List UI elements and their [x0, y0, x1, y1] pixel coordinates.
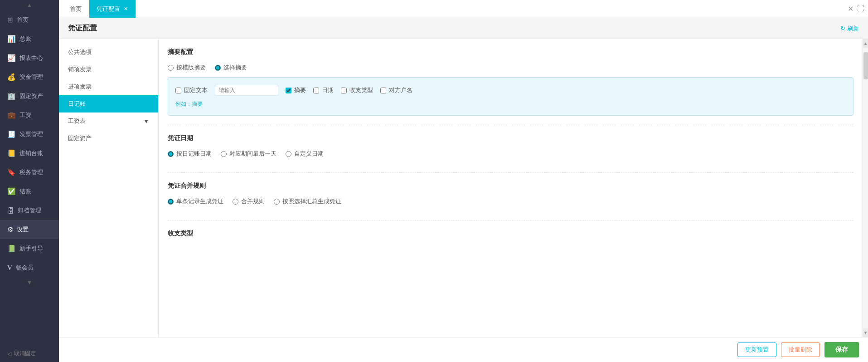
counterpart-name-checkbox[interactable]	[380, 88, 386, 93]
sidebar-item-salary[interactable]: 💼 工资	[0, 106, 59, 125]
sidebar-item-settings[interactable]: ⚙ 设置	[0, 220, 59, 239]
date-checkbox[interactable]	[313, 88, 319, 93]
left-nav-journal[interactable]: 日记账	[59, 95, 158, 113]
scroll-down-button[interactable]: ▼	[863, 328, 868, 337]
batch-delete-button[interactable]: 批量删除	[781, 342, 820, 357]
outer-scrollbar[interactable]: ▲ ▼	[863, 39, 868, 337]
period-last-day-option[interactable]: 对应期间最后一天	[221, 150, 276, 158]
left-nav-public-options[interactable]: 公共选项	[59, 44, 158, 61]
content-layout: 公共选项 销项发票 进项发票 日记账 工资表 ▼ 固定资产	[59, 39, 868, 337]
merge-rule-option[interactable]: 合并规则	[233, 197, 265, 205]
home-icon: ⊞	[7, 16, 13, 24]
settings-icon: ⚙	[7, 225, 13, 234]
sidebar-unpin-button[interactable]: ◁ 取消固定	[0, 345, 59, 362]
counterpart-name-option[interactable]: 对方户名	[380, 86, 412, 94]
income-type-checkbox[interactable]	[341, 88, 347, 93]
select-summary-option[interactable]: 选择摘要	[215, 64, 247, 72]
fixed-text-input[interactable]	[215, 85, 278, 96]
date-radio-row: 按日记账日期 对应期间最后一天 自定义日期	[168, 150, 853, 158]
abstract-checkbox[interactable]	[286, 88, 291, 93]
left-nav-purchase-invoice[interactable]: 进项发票	[59, 78, 158, 95]
left-nav-salary-table[interactable]: 工资表 ▼	[59, 113, 158, 130]
bottom-bar: 更新预置 批量删除 保存	[59, 337, 868, 362]
sidebar-item-guide[interactable]: 📗 新手引导	[0, 239, 59, 258]
select-summary-radio[interactable]	[215, 65, 221, 71]
tab-bar-actions: ✕ ⛶	[848, 5, 864, 13]
sidebar-item-tax[interactable]: 🔖 税务管理	[0, 163, 59, 182]
left-nav: 公共选项 销项发票 进项发票 日记账 工资表 ▼ 固定资产	[59, 39, 159, 337]
trading-icon: 📒	[7, 149, 16, 157]
tab-home[interactable]: 首页	[63, 0, 89, 18]
merge-rule-radio[interactable]	[233, 199, 238, 205]
tab-voucher-config[interactable]: 凭证配置 ✕	[89, 0, 136, 18]
template-summary-radio[interactable]	[168, 65, 174, 71]
summary-config-row: 固定文本 摘要 日期	[175, 85, 846, 96]
single-record-option[interactable]: 单条记录生成凭证	[168, 197, 223, 205]
salary-icon: 💼	[7, 111, 16, 119]
merge-section-title: 凭证合并规则	[168, 182, 853, 190]
summary-generate-option[interactable]: 按照选择汇总生成凭证	[274, 197, 341, 205]
sidebar-scroll-down[interactable]: ▼	[0, 277, 59, 288]
window-close-icon[interactable]: ✕	[848, 5, 853, 13]
sidebar-item-home[interactable]: ⊞ 首页	[0, 10, 59, 29]
sidebar-item-label: 畅会员	[16, 264, 34, 272]
fixed-text-label: 固定文本	[184, 86, 208, 94]
sidebar-item-ledger[interactable]: 📊 总账	[0, 29, 59, 49]
sidebar-item-reports[interactable]: 📈 报表中心	[0, 49, 59, 68]
tab-voucher-config-label: 凭证配置	[97, 5, 120, 13]
vip-icon: V	[7, 264, 12, 272]
income-type-section: 收支类型	[168, 230, 853, 254]
sidebar-item-funds[interactable]: 💰 资金管理	[0, 68, 59, 87]
save-button[interactable]: 保存	[824, 342, 859, 357]
fixed-text-checkbox[interactable]	[175, 88, 181, 93]
date-label: 日期	[322, 86, 334, 94]
journal-date-option[interactable]: 按日记账日期	[168, 150, 212, 158]
reports-icon: 📈	[7, 54, 16, 62]
sidebar-item-vip[interactable]: V 畅会员	[0, 258, 59, 277]
window-maximize-icon[interactable]: ⛶	[857, 5, 864, 13]
fixed-text-option[interactable]: 固定文本	[175, 86, 208, 94]
summary-config-box: 固定文本 摘要 日期	[168, 77, 853, 116]
sidebar-item-trading[interactable]: 📒 进销台账	[0, 144, 59, 163]
sidebar-item-label: 报表中心	[19, 54, 43, 62]
left-nav-fixed-assets[interactable]: 固定资产	[59, 130, 158, 147]
summary-radio-row: 按模版摘要 选择摘要	[168, 64, 853, 72]
sidebar-item-label: 设置	[17, 225, 29, 234]
custom-date-option[interactable]: 自定义日期	[286, 150, 324, 158]
journal-date-radio[interactable]	[168, 151, 174, 157]
refresh-button[interactable]: ↻ 刷新	[840, 24, 859, 33]
tab-close-icon[interactable]: ✕	[124, 6, 128, 12]
summary-generate-radio[interactable]	[274, 199, 280, 205]
summary-example: 例如：摘要	[175, 100, 846, 108]
sidebar-item-label: 税务管理	[19, 168, 43, 176]
sidebar-item-checkout[interactable]: ✅ 结账	[0, 182, 59, 201]
merge-radio-row: 单条记录生成凭证 合并规则 按照选择汇总生成凭证	[168, 197, 853, 205]
refresh-icon: ↻	[840, 25, 845, 32]
sidebar-item-invoice[interactable]: 🧾 发票管理	[0, 125, 59, 144]
refresh-label: 刷新	[847, 24, 859, 33]
sidebar-item-assets[interactable]: 🏢 固定资产	[0, 87, 59, 106]
funds-icon: 💰	[7, 73, 16, 81]
abstract-option[interactable]: 摘要	[286, 86, 306, 94]
checkout-icon: ✅	[7, 187, 16, 196]
custom-date-label: 自定义日期	[294, 150, 324, 158]
custom-date-radio[interactable]	[286, 151, 291, 157]
sidebar-scroll-up[interactable]: ▲	[0, 0, 59, 10]
sidebar-item-label: 资金管理	[19, 73, 43, 81]
page-header: 凭证配置 ↻ 刷新	[59, 18, 868, 39]
update-preview-button[interactable]: 更新预置	[737, 342, 776, 357]
income-type-option[interactable]: 收支类型	[341, 86, 373, 94]
date-option[interactable]: 日期	[313, 86, 334, 94]
summary-section: 摘要配置 按模版摘要 选择摘要	[168, 48, 853, 125]
template-summary-option[interactable]: 按模版摘要	[168, 64, 206, 72]
sidebar-item-archive[interactable]: 🗄 归档管理	[0, 201, 59, 220]
sidebar-item-label: 工资	[19, 111, 31, 119]
tab-bar: 首页 凭证配置 ✕ ✕ ⛶	[59, 0, 868, 18]
invoice-icon: 🧾	[7, 130, 16, 138]
period-last-day-radio[interactable]	[221, 151, 227, 157]
scroll-up-button[interactable]: ▲	[863, 39, 868, 48]
single-record-radio[interactable]	[168, 199, 174, 205]
merge-section: 凭证合并规则 单条记录生成凭证 合并规则 按照选择汇总生成凭证	[168, 182, 853, 220]
scroll-thumb[interactable]	[863, 52, 868, 79]
left-nav-sales-invoice[interactable]: 销项发票	[59, 61, 158, 78]
